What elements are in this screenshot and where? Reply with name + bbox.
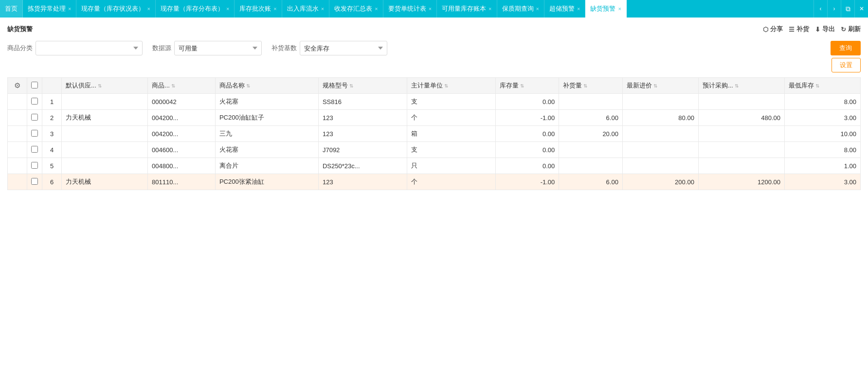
- td-unit-3: 支: [407, 142, 495, 158]
- table-row: 4 004600... 火花塞 J7092 支 0.00 8.00: [8, 142, 861, 158]
- nav-tab-shortage-warn[interactable]: 缺货预警 ×: [585, 0, 626, 18]
- nav-tab-expiry-query[interactable]: 保质期查询 ×: [497, 0, 544, 18]
- td-latest-price-0: [622, 94, 698, 110]
- nav-scroll-left-button[interactable]: ‹: [814, 0, 827, 18]
- th-default-supplier: 默认供应... ⇅: [62, 78, 148, 94]
- td-unit-4: 只: [407, 158, 495, 174]
- row-checkbox-3[interactable]: [31, 146, 38, 153]
- table-row: 1 0000042 火花塞 SS816 支 0.00 8.00: [8, 94, 861, 110]
- export-label: 导出: [822, 25, 835, 34]
- data-source-label: 数据源: [152, 44, 171, 53]
- nav-tab-expiry-query-close[interactable]: ×: [536, 6, 539, 12]
- nav-tab-inout-flow-close[interactable]: ×: [321, 6, 324, 12]
- td-product-name-1: PC200油缸缸子: [215, 110, 318, 126]
- sort-icon-product-code: ⇅: [171, 83, 175, 88]
- category-label: 商品分类: [7, 44, 33, 53]
- nav-tab-batch-account-close[interactable]: ×: [273, 6, 276, 12]
- nav-tab-overstock-warn-close[interactable]: ×: [577, 6, 580, 12]
- sort-icon-min-stock: ⇅: [815, 83, 819, 88]
- page-actions: ⬡ 分享 ☰ 补货 ⬇ 导出 ↻ 刷新: [763, 25, 861, 34]
- td-latest-price-4: [622, 158, 698, 174]
- nav-tab-inout-flow[interactable]: 出入库流水 ×: [282, 0, 329, 18]
- nav-tab-overstock-warn[interactable]: 超储预警 ×: [544, 0, 585, 18]
- nav-tab-order-stat-close[interactable]: ×: [429, 6, 432, 12]
- table-row: 3 004200... 三九 123 箱 0.00 20.00 10.00: [8, 126, 861, 142]
- nav-scroll-right-button[interactable]: ›: [827, 0, 841, 18]
- sort-icon-est-purchase: ⇅: [735, 83, 739, 88]
- nav-tab-inventory-dist-close[interactable]: ×: [226, 6, 229, 12]
- row-checkbox-5[interactable]: [31, 178, 38, 185]
- th-replenish-qty: 补货量 ⇅: [559, 78, 623, 94]
- nav-tab-exception[interactable]: 拣货异常处理 ×: [23, 0, 76, 18]
- td-latest-price-2: [622, 126, 698, 142]
- td-product-code-5: 801110...: [148, 174, 216, 190]
- settings-button[interactable]: 设置: [832, 58, 861, 72]
- th-default-supplier-label: 默认供应...: [66, 81, 96, 90]
- nav-tab-shortage-warn-close[interactable]: ×: [618, 6, 621, 12]
- td-settings-0: [8, 94, 27, 110]
- nav-tab-collect-summary-close[interactable]: ×: [375, 6, 378, 12]
- filter-section: 商品分类 数据源 可用量 补货基数 安全库存 查询: [7, 41, 861, 72]
- td-row-num-5: 6: [42, 174, 62, 190]
- row-checkbox-4[interactable]: [31, 162, 38, 169]
- nav-restore-button[interactable]: ⧉: [841, 0, 854, 18]
- td-product-code-3: 004600...: [148, 142, 216, 158]
- data-source-select[interactable]: 可用量: [174, 41, 262, 55]
- nav-tab-collect-summary[interactable]: 收发存汇总表 ×: [329, 0, 383, 18]
- td-product-code-0: 0000042: [148, 94, 216, 110]
- category-select[interactable]: [36, 41, 143, 55]
- replenish-label: 补货: [796, 25, 809, 34]
- share-button[interactable]: ⬡ 分享: [763, 25, 783, 34]
- sort-icon-product-name: ⇅: [246, 83, 250, 88]
- sort-icon-latest-price: ⇅: [653, 83, 657, 88]
- nav-tab-exception-close[interactable]: ×: [68, 6, 71, 12]
- refresh-button[interactable]: ↻ 刷新: [841, 25, 861, 34]
- row-checkbox-1[interactable]: [31, 114, 38, 121]
- nav-tab-home[interactable]: 首页: [0, 0, 23, 18]
- td-default-supplier-4: [62, 158, 148, 174]
- refresh-label: 刷新: [848, 25, 861, 34]
- td-product-name-0: 火花塞: [215, 94, 318, 110]
- query-button[interactable]: 查询: [831, 41, 861, 55]
- nav-tab-inventory-dist[interactable]: 现存量（库存分布表） ×: [156, 0, 235, 18]
- td-default-supplier-1: 力天机械: [62, 110, 148, 126]
- td-row-num-4: 5: [42, 158, 62, 174]
- data-table: ⚙ 默认供应... ⇅ 商品... ⇅: [7, 77, 861, 190]
- td-product-name-2: 三九: [215, 126, 318, 142]
- th-min-stock-label: 最低库存: [789, 81, 814, 90]
- td-min-stock-0: 8.00: [784, 94, 860, 110]
- sort-icon-stock: ⇅: [520, 83, 524, 88]
- nav-tab-inventory-status[interactable]: 现存量（库存状况表） ×: [76, 0, 155, 18]
- nav-tab-batch-account[interactable]: 库存批次账 ×: [235, 0, 282, 18]
- td-est-purchase-2: [698, 126, 784, 142]
- select-all-checkbox[interactable]: [31, 82, 38, 88]
- td-default-supplier-0: [62, 94, 148, 110]
- replenish-base-select[interactable]: 安全库存: [300, 41, 387, 55]
- td-product-code-1: 004200...: [148, 110, 216, 126]
- td-min-stock-2: 10.00: [784, 126, 860, 142]
- td-spec-4: DS250*23c...: [318, 158, 407, 174]
- th-product-code: 商品... ⇅: [148, 78, 216, 94]
- nav-tab-order-stat[interactable]: 要货单统计表 ×: [383, 0, 437, 18]
- nav-tab-inventory-status-close[interactable]: ×: [147, 6, 150, 12]
- th-row-num: [42, 78, 62, 94]
- column-settings-icon[interactable]: ⚙: [12, 81, 23, 90]
- th-spec-label: 规格型号: [323, 81, 348, 90]
- td-stock-0: 0.00: [495, 94, 559, 110]
- replenish-button[interactable]: ☰ 补货: [789, 25, 809, 34]
- table-row: 2 力天机械 004200... PC200油缸缸子 123 个 -1.00 6…: [8, 110, 861, 126]
- nav-tab-home-label: 首页: [5, 4, 18, 13]
- nav-tab-avail-ledger[interactable]: 可用量库存账本 ×: [437, 0, 497, 18]
- td-unit-1: 个: [407, 110, 495, 126]
- row-checkbox-0[interactable]: [31, 98, 38, 105]
- td-stock-5: -1.00: [495, 174, 559, 190]
- export-button[interactable]: ⬇ 导出: [815, 25, 835, 34]
- td-product-name-5: PC200张紧油缸: [215, 174, 318, 190]
- nav-tab-avail-ledger-close[interactable]: ×: [488, 6, 491, 12]
- nav-close-button[interactable]: ✕: [854, 0, 868, 18]
- td-row-num-1: 2: [42, 110, 62, 126]
- td-est-purchase-5: 1200.00: [698, 174, 784, 190]
- page-title: 缺货预警: [7, 25, 33, 34]
- row-checkbox-2[interactable]: [31, 130, 38, 137]
- td-checkbox-3: [27, 142, 42, 158]
